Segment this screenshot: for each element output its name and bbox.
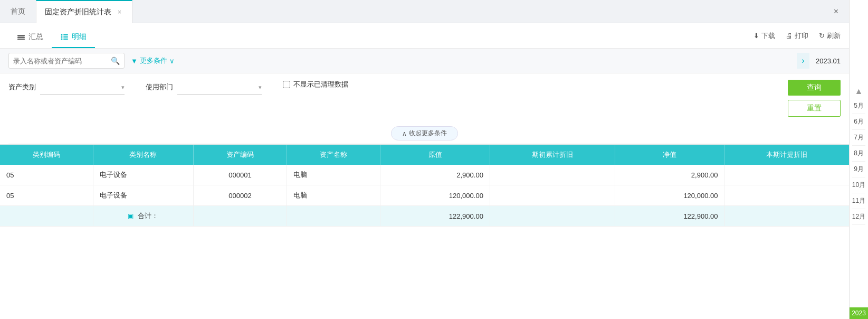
sidebar-month-item[interactable]: 10月 [852,177,865,193]
refresh-button[interactable]: ↻ 刷新 [819,31,841,41]
sidebar-months: 5月6月7月8月9月10月11月12月 [852,98,865,225]
collapse-icon: ∧ [402,130,407,137]
hide-cleared-checkbox[interactable] [283,81,290,88]
right-sidebar: ▲ 5月6月7月8月9月10月11月12月 2023 [849,0,868,319]
svg-point-7 [61,39,63,40]
sub-tabs: 汇总 明细 [8,23,95,48]
sidebar-month-item[interactable]: 5月 [852,98,865,114]
tab-home[interactable]: 首页 [0,0,36,23]
tab-summary[interactable]: 汇总 [8,27,52,48]
refresh-icon: ↻ [819,32,825,40]
col-current-dep: 本期计提折旧 [724,145,849,165]
refresh-label: 刷新 [827,31,841,41]
total-current-dep [724,206,849,227]
total-original-value: 122,900.00 [380,206,490,227]
svg-point-5 [61,36,63,38]
cell-current-dep [724,185,849,206]
sidebar-month-item[interactable]: 9月 [852,162,865,177]
department-label: 使用部门 [146,82,173,92]
cell-net-value: 2,900.00 [615,165,724,185]
cell-net-value: 120,000.00 [615,185,724,206]
nav-arrow-button[interactable]: › [797,53,809,69]
checkbox-label: 不显示已清理数据 [293,80,348,89]
cell-category-code: 05 [0,185,93,206]
tab-active-label: 固定资产折旧统计表 [45,7,111,17]
tab-detail[interactable]: 明细 [52,27,95,48]
more-filter-label: 更多条件 [140,56,167,65]
sidebar-month-item[interactable]: 6月 [852,114,865,130]
total-icon: ▣ [128,212,133,220]
tab-summary-label: 汇总 [28,32,43,42]
tab-active[interactable]: 固定资产折旧统计表 × [36,0,132,23]
total-net-value: 122,900.00 [615,206,724,227]
department-select[interactable] [177,80,262,95]
table-row: 05 电子设备 000001 电脑 2,900.00 2,900.00 [0,165,849,185]
svg-rect-4 [63,34,68,35]
svg-rect-0 [17,35,25,36]
cell-accumulated-dep [490,185,615,206]
total-cell-blank3 [287,206,380,227]
download-icon: ⬇ [753,32,759,40]
col-asset-code: 资产编码 [193,145,287,165]
department-select-wrap [177,80,262,95]
col-accumulated-dep: 期初累计折旧 [490,145,615,165]
cell-original-value: 120,000.00 [380,185,490,206]
sidebar-month-item[interactable]: 7月 [852,130,865,146]
filter-actions: 查询 重置 [788,80,841,123]
svg-rect-2 [17,39,25,40]
print-button[interactable]: 🖨 打印 [786,31,808,41]
category-select[interactable] [40,80,125,95]
department-filter-group: 使用部门 [146,80,262,95]
col-asset-name: 资产名称 [287,145,380,165]
sidebar-month-item[interactable]: 8月 [852,146,865,162]
cell-asset-name: 电脑 [287,165,380,185]
query-button[interactable]: 查询 [788,80,841,96]
print-icon: 🖨 [786,32,793,40]
tab-close-icon[interactable]: × [116,7,123,17]
print-label: 打印 [795,31,808,41]
date-label: 2023.01 [816,57,841,65]
collapse-row: ∧ 收起更多条件 [8,123,841,144]
sidebar-month-item[interactable]: 12月 [852,209,865,225]
download-button[interactable]: ⬇ 下载 [753,31,775,41]
total-cell-blank1 [0,206,93,227]
list-icon [60,33,69,41]
col-category-name: 类别名称 [93,145,193,165]
collapse-label: 收起更多条件 [409,129,447,138]
table-row: 05 电子设备 000002 电脑 120,000.00 120,000.00 [0,185,849,206]
main-table: 类别编码 类别名称 资产编码 资产名称 原值 期初累计折旧 净值 本期计提折旧 … [0,145,849,227]
table-wrap: 类别编码 类别名称 资产编码 资产名称 原值 期初累计折旧 净值 本期计提折旧 … [0,145,849,319]
total-label-cell: ▣ 合计： [93,206,193,227]
more-filter-button[interactable]: ▼ 更多条件 ∨ [131,56,175,65]
cell-original-value: 2,900.00 [380,165,490,185]
cell-category-code: 05 [0,165,93,185]
sidebar-nav-up[interactable]: ▲ [850,85,868,98]
sidebar-year: 2023 [850,307,868,319]
filter-icon: ▼ [131,57,138,65]
total-label: 合计： [138,212,158,220]
reset-button[interactable]: 重置 [788,100,841,117]
total-cell-blank2 [193,206,287,227]
cell-category-name: 电子设备 [93,165,193,185]
cell-asset-code: 000002 [193,185,287,206]
cell-asset-code: 000001 [193,165,287,185]
table-header-row: 类别编码 类别名称 资产编码 资产名称 原值 期初累计折旧 净值 本期计提折旧 [0,145,849,165]
total-accumulated-dep [490,206,615,227]
search-icon[interactable]: 🔍 [111,57,120,65]
checkbox-filter-group: 不显示已清理数据 [283,80,348,89]
col-category-code: 类别编码 [0,145,93,165]
search-row: 🔍 ▼ 更多条件 ∨ › 2023.01 [0,49,849,73]
layers-icon [17,33,25,41]
collapse-button[interactable]: ∧ 收起更多条件 [391,126,458,140]
window-close-button[interactable]: × [823,7,849,16]
cell-accumulated-dep [490,165,615,185]
cell-current-dep [724,165,849,185]
sidebar-month-item[interactable]: 11月 [852,193,865,209]
total-row: ▣ 合计： 122,900.00 122,900.00 [0,206,849,227]
search-input[interactable] [13,57,111,65]
col-original-value: 原值 [380,145,490,165]
svg-rect-1 [17,37,25,39]
category-select-wrap [40,80,125,95]
search-input-wrap: 🔍 [8,53,125,69]
svg-point-3 [61,34,63,36]
